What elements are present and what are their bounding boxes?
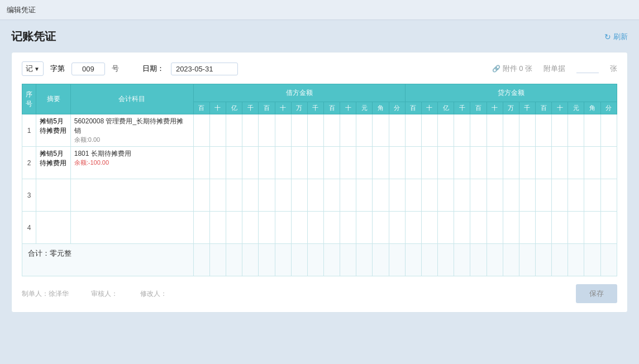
cell-credit-2-12[interactable]	[600, 179, 617, 212]
table-row[interactable]: 3	[22, 179, 617, 212]
cell-credit-1-1[interactable]	[421, 147, 437, 179]
cell-debit-3-12[interactable]	[389, 212, 405, 244]
cell-debit-3-9[interactable]	[340, 212, 356, 244]
zi-input[interactable]	[71, 63, 105, 75]
cell-credit-0-6[interactable]	[503, 114, 519, 147]
cell-debit-3-3[interactable]	[242, 212, 259, 244]
cell-credit-1-5[interactable]	[487, 147, 503, 179]
cell-credit-3-8[interactable]	[536, 212, 552, 244]
save-button[interactable]: 保存	[576, 284, 617, 303]
cell-debit-2-0[interactable]	[193, 179, 209, 212]
cell-debit-1-3[interactable]	[242, 147, 259, 179]
cell-credit-1-7[interactable]	[519, 147, 535, 179]
cell-credit-2-5[interactable]	[487, 179, 503, 212]
cell-credit-0-4[interactable]	[470, 114, 487, 147]
cell-debit-0-1[interactable]	[209, 114, 226, 147]
cell-summary-3[interactable]	[36, 212, 70, 244]
cell-debit-1-9[interactable]	[340, 147, 356, 179]
cell-debit-2-7[interactable]	[307, 179, 323, 212]
cell-credit-2-11[interactable]	[584, 179, 600, 212]
cell-credit-3-9[interactable]	[552, 212, 568, 244]
cell-credit-1-8[interactable]	[536, 147, 552, 179]
attach-single-label[interactable]: 附单据	[543, 64, 565, 74]
cell-debit-0-4[interactable]	[259, 114, 275, 147]
cell-credit-2-10[interactable]	[568, 179, 584, 212]
cell-summary-1[interactable]: 摊销5月待摊费用	[36, 147, 70, 179]
cell-debit-1-5[interactable]	[275, 147, 291, 179]
date-input[interactable]	[171, 63, 238, 75]
cell-debit-3-5[interactable]	[275, 212, 291, 244]
cell-credit-2-0[interactable]	[405, 179, 421, 212]
cell-credit-2-4[interactable]	[470, 179, 487, 212]
cell-debit-0-8[interactable]	[323, 114, 340, 147]
cell-credit-2-1[interactable]	[421, 179, 437, 212]
cell-debit-3-0[interactable]	[193, 212, 209, 244]
cell-debit-1-1[interactable]	[209, 147, 226, 179]
cell-credit-3-11[interactable]	[584, 212, 600, 244]
cell-credit-1-11[interactable]	[584, 147, 600, 179]
table-row[interactable]: 1摊销5月待摊费用56020008 管理费用_长期待摊费用摊销余额:0.00	[22, 114, 617, 147]
cell-debit-1-8[interactable]	[323, 147, 340, 179]
cell-debit-0-0[interactable]	[193, 114, 209, 147]
cell-credit-1-3[interactable]	[454, 147, 470, 179]
cell-credit-3-3[interactable]	[454, 212, 470, 244]
cell-credit-0-3[interactable]	[454, 114, 470, 147]
cell-credit-3-12[interactable]	[600, 212, 617, 244]
cell-debit-0-7[interactable]	[307, 114, 323, 147]
cell-debit-3-4[interactable]	[259, 212, 275, 244]
attachment-button[interactable]: 🔗 附件 0 张	[492, 64, 532, 74]
cell-debit-2-12[interactable]	[389, 179, 405, 212]
cell-debit-3-7[interactable]	[307, 212, 323, 244]
cell-summary-0[interactable]: 摊销5月待摊费用	[36, 114, 70, 147]
cell-account-3[interactable]	[70, 212, 193, 244]
cell-debit-0-11[interactable]	[373, 114, 389, 147]
cell-credit-3-10[interactable]	[568, 212, 584, 244]
cell-credit-3-2[interactable]	[438, 212, 454, 244]
cell-debit-1-7[interactable]	[307, 147, 323, 179]
cell-credit-1-10[interactable]	[568, 147, 584, 179]
cell-credit-3-1[interactable]	[421, 212, 437, 244]
cell-debit-1-4[interactable]	[259, 147, 275, 179]
cell-credit-0-9[interactable]	[552, 114, 568, 147]
cell-credit-0-8[interactable]	[536, 114, 552, 147]
cell-debit-2-4[interactable]	[259, 179, 275, 212]
cell-debit-1-12[interactable]	[389, 147, 405, 179]
cell-credit-0-12[interactable]	[600, 114, 617, 147]
cell-debit-3-11[interactable]	[373, 212, 389, 244]
cell-account-2[interactable]	[70, 179, 193, 212]
cell-credit-1-9[interactable]	[552, 147, 568, 179]
cell-credit-0-5[interactable]	[487, 114, 503, 147]
cell-credit-0-7[interactable]	[519, 114, 535, 147]
cell-credit-0-0[interactable]	[405, 114, 421, 147]
cell-credit-1-12[interactable]	[600, 147, 617, 179]
cell-credit-1-2[interactable]	[438, 147, 454, 179]
cell-credit-2-3[interactable]	[454, 179, 470, 212]
cell-debit-2-1[interactable]	[209, 179, 226, 212]
cell-debit-3-8[interactable]	[323, 212, 340, 244]
cell-credit-0-10[interactable]	[568, 114, 584, 147]
cell-debit-3-2[interactable]	[226, 212, 242, 244]
cell-debit-0-2[interactable]	[226, 114, 242, 147]
cell-debit-0-3[interactable]	[242, 114, 259, 147]
cell-credit-1-6[interactable]	[503, 147, 519, 179]
cell-debit-1-2[interactable]	[226, 147, 242, 179]
cell-account-0[interactable]: 56020008 管理费用_长期待摊费用摊销余额:0.00	[70, 114, 193, 147]
cell-debit-0-5[interactable]	[275, 114, 291, 147]
cell-credit-3-0[interactable]	[405, 212, 421, 244]
cell-credit-0-2[interactable]	[438, 114, 454, 147]
cell-debit-0-9[interactable]	[340, 114, 356, 147]
cell-credit-1-4[interactable]	[470, 147, 487, 179]
cell-credit-2-8[interactable]	[536, 179, 552, 212]
cell-debit-2-11[interactable]	[373, 179, 389, 212]
cell-debit-1-11[interactable]	[373, 147, 389, 179]
cell-debit-1-6[interactable]	[291, 147, 307, 179]
cell-debit-2-9[interactable]	[340, 179, 356, 212]
cell-debit-3-1[interactable]	[209, 212, 226, 244]
cell-debit-0-10[interactable]	[356, 114, 373, 147]
cell-account-1[interactable]: 1801 长期待摊费用余额:-100.00	[70, 147, 193, 179]
cell-credit-3-6[interactable]	[503, 212, 519, 244]
ji-select[interactable]: 记 ▼	[22, 61, 44, 76]
cell-debit-1-10[interactable]	[356, 147, 373, 179]
cell-credit-2-2[interactable]	[438, 179, 454, 212]
cell-credit-0-1[interactable]	[421, 114, 437, 147]
